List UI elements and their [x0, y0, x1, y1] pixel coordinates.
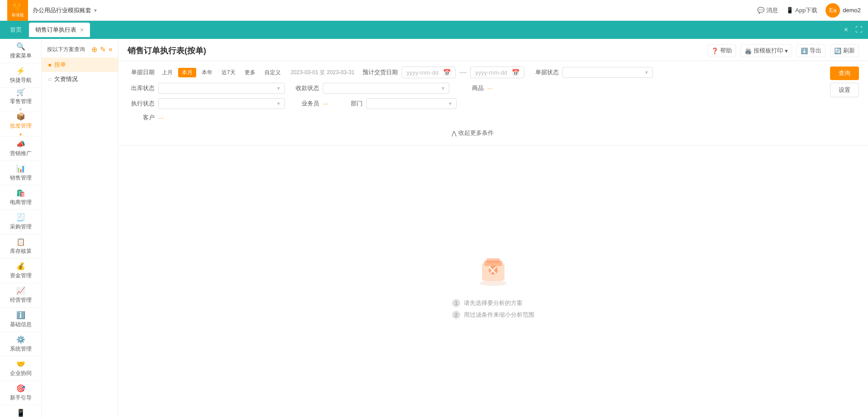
salesman-more-icon[interactable]: ··· [323, 100, 328, 107]
add-scheme-button[interactable]: ⊕ [91, 45, 97, 54]
date-tabs: 上月 本月 本年 近7天 更多 自定义 [158, 68, 284, 77]
sidebar-item-basic[interactable]: ℹ️ 基础信息 [0, 308, 41, 332]
query-buttons: 查询 设置 [830, 66, 859, 97]
customer-more-icon[interactable]: ··· [158, 114, 164, 121]
status-select[interactable]: ▾ [562, 67, 653, 78]
sidebar-item-inventory[interactable]: 📋 库存核算 [0, 234, 41, 259]
edit-scheme-button[interactable]: ✎ [100, 45, 106, 54]
department-select[interactable]: ▾ [366, 98, 457, 109]
message-icon: 💬 [757, 7, 764, 14]
sidebar: 🔍 搜索菜单 ⚡ 快捷导航 🛒 零售管理 ▾ 📦 批发管理 ▴ 📣 营销推广 📊… [0, 39, 42, 418]
filter-row-3: 执行状态 ▾ 业务员 ··· [127, 98, 817, 109]
sidebar-item-appstore[interactable]: 📱 应用中心 [0, 405, 41, 418]
app-download-button[interactable]: 📱 App下载 [786, 6, 817, 14]
collection-label: 收款状态 [292, 84, 319, 92]
date-tab-custom[interactable]: 自定义 [261, 68, 284, 77]
operations-icon: 📈 [16, 286, 25, 295]
basic-icon: ℹ️ [16, 311, 25, 319]
collection-select[interactable]: ▾ [323, 83, 449, 94]
expected-date-start-input[interactable]: yyyy-mm-dd 📅 [401, 66, 456, 78]
date-tab-7days[interactable]: 近7天 [218, 68, 239, 77]
scheme-item-by-order[interactable]: ● 按单 [42, 57, 118, 72]
sidebar-item-system[interactable]: ⚙️ 系统管理 [0, 332, 41, 356]
execution-select[interactable]: ▾ [158, 98, 285, 109]
date-label: 单据日期 [127, 68, 155, 76]
page-title: 销售订单执行表(按单) [127, 45, 206, 56]
breadcrumb-dropdown-icon[interactable]: ▾ [94, 7, 97, 14]
print-arrow-icon: ▾ [785, 48, 788, 54]
date-tab-this-year[interactable]: 本年 [198, 68, 216, 77]
window-close-icon[interactable]: × [842, 24, 850, 36]
tab-sales-order[interactable]: 销售订单执行表 × [29, 23, 90, 37]
department-dropdown-icon: ▾ [449, 100, 452, 107]
top-bar: 🧡 标准版 办公用品行业模拟账套 ▾ 💬 消息 📱 App下载 Ea demo2 [0, 0, 868, 21]
execution-dropdown-icon: ▾ [277, 100, 280, 107]
enterprise-icon: 🤝 [16, 360, 25, 368]
chevron-up-icon: ▴ [19, 131, 22, 136]
filter-row-1: 单据日期 上月 本月 本年 近7天 更多 自定义 [127, 66, 817, 78]
tab-home[interactable]: 首页 [4, 23, 28, 37]
filter-row-4: 客户 ··· [127, 114, 817, 122]
collection-dropdown-icon: ▾ [442, 85, 444, 91]
sidebar-item-retail[interactable]: 🛒 零售管理 ▾ [0, 88, 41, 112]
customer-label: 客户 [127, 114, 155, 122]
query-button[interactable]: 查询 [830, 66, 859, 80]
svg-point-0 [480, 280, 507, 286]
empty-illustration [471, 245, 516, 290]
export-button[interactable]: ⬇️ 导出 [797, 44, 826, 57]
date-tab-more[interactable]: 更多 [241, 68, 259, 77]
sidebar-item-finance[interactable]: 💰 资金管理 [0, 259, 41, 283]
retail-icon: 🛒 [16, 88, 25, 96]
sidebar-item-wholesale[interactable]: 📦 批发管理 ▴ [0, 112, 41, 137]
tab-bar-right: × ⛶ [842, 24, 864, 36]
settings-button[interactable]: 设置 [830, 83, 859, 97]
help-button[interactable]: ❓ 帮助 [707, 44, 736, 57]
print-button[interactable]: 🖨️ 按模板打印 ▾ [741, 44, 792, 57]
finance-icon: 💰 [16, 262, 25, 271]
sidebar-item-marketing[interactable]: 📣 营销推广 [0, 137, 41, 161]
collapse-more-button[interactable]: ⋀ 收起更多条件 [127, 126, 817, 140]
sidebar-item-purchase[interactable]: 🧾 采购管理 [0, 210, 41, 234]
delivery-select[interactable]: ▾ [158, 83, 285, 94]
chevron-down-icon: ▾ [19, 107, 22, 112]
breadcrumb: 办公用品行业模拟账套 ▾ [33, 6, 97, 14]
window-expand-icon[interactable]: ⛶ [854, 24, 864, 36]
page-header-actions: ❓ 帮助 🖨️ 按模板打印 ▾ ⬇️ 导出 � [707, 44, 859, 57]
date-tab-this-month[interactable]: 本月 [178, 68, 196, 77]
status-dropdown-icon: ▾ [645, 69, 648, 76]
calendar-end-icon: 📅 [512, 69, 519, 76]
expected-date-end-input[interactable]: yyyy-mm-dd 📅 [470, 66, 524, 78]
department-label: 部门 [335, 100, 363, 108]
ecommerce-icon: 🛍️ [16, 189, 25, 197]
sidebar-item-operations[interactable]: 📈 经营管理 [0, 283, 41, 308]
avatar: Ea [826, 3, 840, 18]
date-range-text: 2023-03-01 至 2023-03-31 [291, 69, 354, 76]
message-button[interactable]: 💬 消息 [757, 6, 778, 14]
marketing-icon: 📣 [16, 140, 25, 148]
sidebar-item-search[interactable]: 🔍 搜索菜单 [0, 39, 41, 63]
left-panel-header: 按以下方案查询 ⊕ ✎ « [42, 43, 118, 57]
sidebar-item-sales[interactable]: 📊 销售管理 [0, 161, 41, 185]
search-icon: 🔍 [16, 42, 25, 51]
print-icon: 🖨️ [745, 48, 752, 54]
user-area[interactable]: Ea demo2 [826, 3, 861, 18]
download-icon: 📱 [786, 7, 793, 14]
top-bar-left: 🧡 标准版 办公用品行业模拟账套 ▾ [7, 0, 97, 21]
collapse-panel-button[interactable]: « [108, 45, 113, 54]
refresh-button[interactable]: 🔄 刷新 [830, 44, 859, 57]
export-icon: ⬇️ [801, 48, 808, 54]
expected-date-label: 预计交货日期 [362, 68, 398, 76]
empty-step-2: 2 用过滤条件来缩小分析范围 [452, 311, 534, 319]
goods-more-icon[interactable]: ··· [487, 85, 493, 92]
delivery-dropdown-icon: ▾ [277, 85, 280, 91]
sidebar-item-newuser[interactable]: 🎯 新手引导 [0, 381, 41, 405]
execution-label: 执行状态 [127, 100, 155, 108]
filter-row-2: 出库状态 ▾ 收款状态 [127, 83, 817, 94]
tab-close-icon[interactable]: × [80, 26, 84, 33]
sidebar-item-enterprise[interactable]: 🤝 企业协同 [0, 356, 41, 381]
date-tab-last-month[interactable]: 上月 [158, 68, 176, 77]
sidebar-item-ecommerce[interactable]: 🛍️ 电商管理 [0, 185, 41, 210]
scheme-item-debt[interactable]: ○ 欠资情况 [42, 72, 118, 86]
sidebar-item-quick-nav[interactable]: ⚡ 快捷导航 [0, 63, 41, 88]
left-panel: 按以下方案查询 ⊕ ✎ « ● 按单 ○ 欠资情况 [42, 39, 118, 418]
